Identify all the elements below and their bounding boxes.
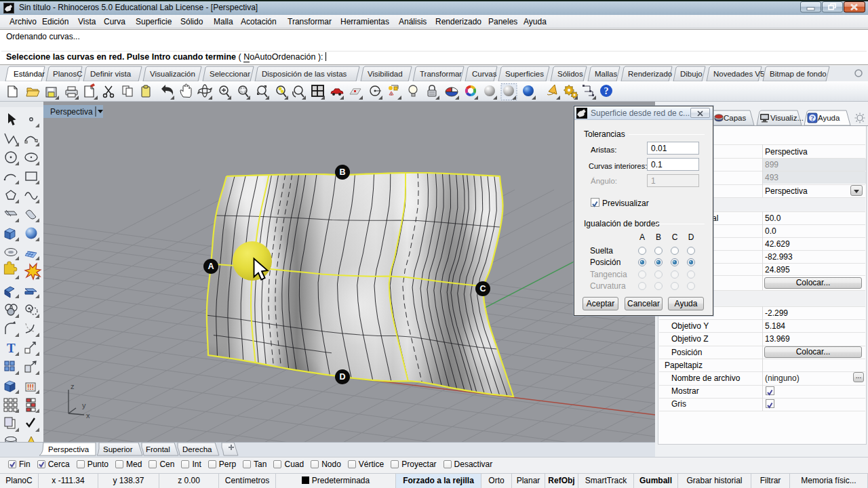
svg-text:Renderizado: Renderizado xyxy=(628,70,672,78)
svg-text:Transformar: Transformar xyxy=(420,70,462,78)
svg-text:Curvas: Curvas xyxy=(472,70,497,78)
svg-text:Superficies: Superficies xyxy=(505,70,544,78)
svg-text:z: z xyxy=(71,382,75,390)
svg-text:Seleccionar: Seleccionar xyxy=(210,70,250,78)
svg-text:Novedades V5: Novedades V5 xyxy=(713,70,764,78)
svg-text:A: A xyxy=(208,262,214,271)
svg-text:Definir vista: Definir vista xyxy=(90,70,132,78)
svg-text:B: B xyxy=(339,167,345,177)
svg-text:C: C xyxy=(479,284,486,293)
svg-text:Dibujo: Dibujo xyxy=(680,70,703,78)
svg-text:?: ? xyxy=(810,114,814,122)
svg-text:Disposición de las vistas: Disposición de las vistas xyxy=(262,70,347,78)
svg-text:PlanosC: PlanosC xyxy=(53,70,82,78)
svg-text:Superior: Superior xyxy=(103,445,133,453)
svg-text:Frontal: Frontal xyxy=(146,445,170,453)
svg-text:Sólidos: Sólidos xyxy=(557,70,583,78)
svg-text:Visualiz...: Visualiz... xyxy=(770,114,804,122)
svg-text:Derecha: Derecha xyxy=(182,445,212,453)
svg-text:D: D xyxy=(339,372,345,382)
svg-text:Perspectiva: Perspectiva xyxy=(50,107,93,117)
svg-text:x: x xyxy=(86,411,90,420)
svg-text:Capas: Capas xyxy=(724,114,746,122)
svg-text:T: T xyxy=(7,341,16,355)
svg-text:Estándar: Estándar xyxy=(14,70,45,78)
svg-text:?: ? xyxy=(604,86,609,96)
svg-text:Ayuda: Ayuda xyxy=(818,114,840,122)
svg-text:Bitmap de fondo: Bitmap de fondo xyxy=(770,70,827,78)
svg-text:Visualización: Visualización xyxy=(150,70,195,78)
svg-text:!!!: !!! xyxy=(27,384,34,391)
svg-text:y: y xyxy=(82,401,86,409)
svg-text:Mallas: Mallas xyxy=(595,70,617,78)
svg-text:Perspectiva: Perspectiva xyxy=(48,445,90,453)
svg-text:Visibilidad: Visibilidad xyxy=(368,70,403,78)
